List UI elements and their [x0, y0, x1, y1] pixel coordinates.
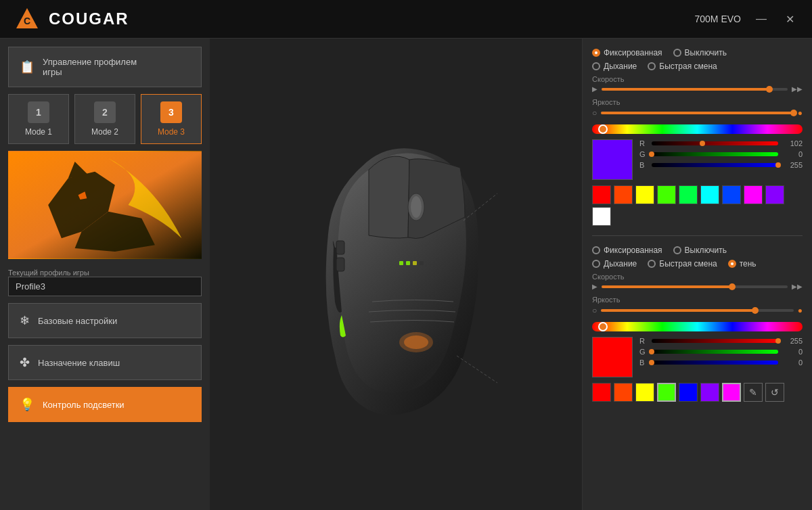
swatch-orange-1[interactable] — [614, 185, 633, 204]
color-swatches-1 — [592, 185, 803, 226]
lighting-control-button[interactable]: 💡 Контроль подсветки — [8, 387, 202, 422]
radio-dot-off-1 — [673, 49, 681, 57]
radio-breath-1-label: Дыхание — [604, 62, 637, 71]
swatch-blue-1[interactable] — [722, 185, 741, 204]
close-button[interactable]: ✕ — [782, 11, 798, 27]
swatch-lime-1[interactable] — [657, 185, 676, 204]
g-row-2: G 0 — [639, 348, 803, 356]
brightness-slider-1: Яркость ○ ● — [592, 98, 803, 118]
title-bar-left: C COUGAR — [14, 5, 129, 32]
radio-rapid-2-label: Быстрая смена — [659, 259, 717, 269]
brightness-track-1[interactable] — [601, 112, 794, 114]
speed-arrow-left-2: ▶ — [592, 283, 597, 290]
radio-off-2[interactable]: Выключить — [673, 246, 727, 255]
radio-dot-rapid-2 — [648, 260, 656, 268]
g-track-1[interactable] — [652, 152, 778, 156]
radio-row-2b: Дыхание Быстрая смена тень — [592, 259, 803, 269]
basic-settings-label: Базовые настройки — [38, 316, 117, 326]
speed-track-2[interactable] — [602, 285, 788, 288]
radio-row-1: Фиксированная Выключить — [592, 48, 803, 57]
swatch-orange-2[interactable] — [614, 383, 633, 402]
radio-shadow-2-label: тень — [740, 259, 757, 269]
swatch-magenta-2[interactable] — [722, 383, 741, 402]
swatch-yellow-1[interactable] — [635, 185, 654, 204]
brightness-slider-2: Яркость ○ ● — [592, 296, 803, 315]
speed-slider-2: Скорость ▶ ▶▶ — [592, 273, 803, 290]
color-mixer-1: R 102 G 0 — [592, 139, 803, 180]
radio-dot-rapid-1 — [648, 62, 656, 70]
radio-off-1[interactable]: Выключить — [673, 48, 727, 57]
brightness-track-2[interactable] — [601, 309, 794, 312]
swatch-blue-2[interactable] — [679, 383, 698, 402]
swatch-yellow-2[interactable] — [635, 383, 654, 402]
profile-layers-icon: 📋 — [20, 60, 35, 74]
profile-name-input[interactable] — [8, 277, 202, 296]
sidebar: 📋 Управление профилем игры 1 Mode 1 2 Mo… — [0, 39, 210, 510]
g-label-1: G — [639, 150, 648, 158]
swatch-lime-2[interactable] — [657, 383, 676, 402]
g-row-1: G 0 — [639, 150, 803, 158]
swatch-magenta-1[interactable] — [744, 185, 763, 204]
r-thumb-2 — [775, 338, 781, 344]
hue-slider-2[interactable] — [592, 322, 803, 331]
profile-label-text: Текущий профиль игры — [8, 269, 202, 277]
radio-rapid-2[interactable]: Быстрая смена — [648, 259, 717, 269]
radio-fixed-1[interactable]: Фиксированная — [592, 48, 662, 57]
g-track-2[interactable] — [652, 350, 778, 354]
rgb-sliders-1: R 102 G 0 — [639, 139, 803, 180]
svg-rect-16 — [420, 261, 424, 265]
speed-track-1[interactable] — [602, 88, 788, 91]
mouse-preview — [210, 39, 582, 510]
lighting-section-2: Фиксированная Выключить Дыхание — [592, 246, 803, 409]
r-value-1: 102 — [782, 139, 803, 147]
radio-off-1-label: Выключить — [685, 48, 727, 57]
swatch-green-1[interactable] — [679, 185, 698, 204]
r-row-2: R 255 — [639, 337, 803, 345]
key-assign-label: Назначение клавиш — [38, 358, 120, 368]
swatch-red-2[interactable] — [592, 383, 611, 402]
swatch-red-1[interactable] — [592, 185, 611, 204]
r-label-1: R — [639, 139, 648, 147]
radio-rapid-1[interactable]: Быстрая смена — [648, 62, 717, 71]
brightness-label-1: Яркость — [592, 98, 803, 106]
title-bar-right: 700M EVO — ✕ — [695, 11, 798, 27]
radio-fixed-2[interactable]: Фиксированная — [592, 246, 662, 255]
mode2-button[interactable]: 2 Mode 2 — [74, 94, 135, 144]
brightness-label-2: Яркость — [592, 296, 803, 304]
radio-breath-2[interactable]: Дыхание — [592, 259, 637, 269]
profile-manage-button[interactable]: 📋 Управление профилем игры — [8, 47, 202, 87]
speed-arrow-left-1: ▶ — [592, 85, 597, 93]
b-value-2: 0 — [782, 358, 803, 367]
r-track-1[interactable] — [652, 141, 778, 145]
minimize-button[interactable]: — — [752, 11, 771, 26]
rgb-sliders-2: R 255 G 0 — [639, 337, 803, 377]
swatch-purple-2[interactable] — [700, 383, 719, 402]
basic-settings-button[interactable]: ❄ Базовые настройки — [8, 303, 202, 338]
radio-breath-1[interactable]: Дыхание — [592, 62, 637, 71]
radio-shadow-2[interactable]: тень — [728, 259, 757, 269]
svg-rect-11 — [336, 241, 344, 254]
brightness-circle-2: ○ — [592, 306, 597, 315]
svg-rect-13 — [399, 261, 403, 265]
b-row-1: B 255 — [639, 161, 803, 169]
swatch-reset-2[interactable]: ↺ — [765, 383, 784, 402]
swatch-edit-2[interactable]: ✎ — [744, 383, 763, 402]
mode3-label: Mode 3 — [158, 127, 185, 137]
radio-dot-breath-1 — [592, 62, 600, 70]
swatch-cyan-1[interactable] — [700, 185, 719, 204]
hue-slider-1[interactable] — [592, 124, 803, 134]
swatch-white-1[interactable] — [592, 207, 611, 226]
radio-dot-shadow-2 — [728, 260, 736, 268]
b-track-2[interactable] — [652, 361, 778, 365]
hue-thumb-2 — [598, 322, 608, 331]
mode3-button[interactable]: 3 Mode 3 — [141, 94, 202, 144]
key-assign-button[interactable]: ✤ Назначение клавиш — [8, 345, 202, 380]
b-track-1[interactable] — [652, 163, 778, 167]
g-thumb-1 — [649, 152, 654, 157]
r-track-2[interactable] — [652, 339, 778, 343]
radio-off-2-label: Выключить — [685, 246, 727, 255]
swatch-purple-1[interactable] — [765, 185, 784, 204]
svg-point-8 — [411, 196, 422, 218]
mode2-icon: 2 — [94, 101, 116, 123]
mode1-button[interactable]: 1 Mode 1 — [8, 94, 69, 144]
